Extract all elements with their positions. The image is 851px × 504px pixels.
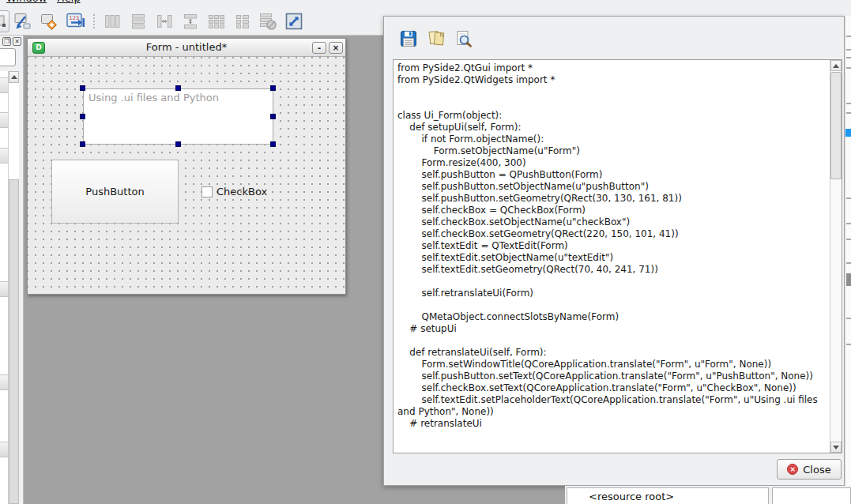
- selection-handle-e[interactable]: [270, 114, 276, 119]
- scroll-up-button[interactable]: [830, 60, 842, 71]
- close-icon: ×: [787, 464, 798, 475]
- copy-button[interactable]: [426, 28, 448, 49]
- form-window-title: Form - untitled*: [28, 41, 345, 53]
- code-view[interactable]: from PySide2.QtGui import * from PySide2…: [393, 59, 842, 453]
- layout-horizontal-splitter-icon: [156, 13, 173, 30]
- textedit-widget[interactable]: Using .ui files and Python: [83, 88, 273, 145]
- arrow-up-icon: [833, 64, 839, 68]
- edit-widgets-button[interactable]: [0, 10, 9, 32]
- form-minimize-button[interactable]: -: [312, 42, 326, 54]
- edit-buddies-button[interactable]: [38, 10, 60, 32]
- widget-box-dock: ❐ ×: [0, 36, 24, 504]
- scroll-down-button[interactable]: [830, 442, 842, 453]
- widget-box-list[interactable]: [0, 71, 8, 504]
- panel-fragment: [846, 262, 851, 264]
- save-icon: [399, 29, 418, 48]
- panel-fragment: [846, 223, 851, 224]
- layout-grid-button[interactable]: [205, 10, 228, 32]
- resource-browser: <resource root>: [565, 486, 851, 504]
- widget-category-row[interactable]: [0, 281, 8, 297]
- scrollbar-thumb[interactable]: [9, 179, 19, 504]
- panel-fragment: [846, 112, 851, 114]
- resource-list-panel: [772, 487, 851, 504]
- selection-handle-ne[interactable]: [270, 85, 276, 91]
- generated-python-code: from PySide2.QtGui import * from PySide2…: [393, 60, 830, 453]
- panel-fragment: [846, 57, 851, 58]
- form-window: D Form - untitled* - × Using .ui files a…: [27, 38, 346, 295]
- edit-signals-slots-button[interactable]: [11, 10, 33, 32]
- svg-text:123: 123: [70, 15, 79, 21]
- layout-vertical-icon: [130, 13, 147, 30]
- edit-widgets-icon: [0, 13, 7, 30]
- arrow-down-icon: [833, 446, 839, 449]
- widget-filter-input[interactable]: [0, 48, 16, 66]
- dock-float-button[interactable]: ❐: [2, 37, 11, 46]
- menu-bar: Window Help: [0, 0, 851, 7]
- panel-fragment: [846, 67, 851, 69]
- pushbutton-widget[interactable]: PushButton: [51, 160, 179, 224]
- menu-item-window[interactable]: Window: [6, 0, 47, 6]
- break-layout-button[interactable]: [257, 10, 279, 32]
- close-button-label: Close: [803, 464, 830, 476]
- widget-category-row[interactable]: [0, 148, 8, 164]
- close-button[interactable]: × Close: [777, 459, 842, 480]
- panel-fragment: [846, 344, 851, 345]
- panel-fragment: [846, 36, 851, 37]
- selection-handle-sw[interactable]: [80, 141, 85, 147]
- right-panel-sliver: [845, 16, 851, 486]
- panel-fragment: [846, 318, 851, 319]
- panel-fragment: [846, 273, 851, 286]
- pushbutton-label: PushButton: [85, 186, 144, 197]
- scroll-up-button[interactable]: [9, 71, 19, 83]
- widget-box-scrollbar[interactable]: [8, 71, 19, 504]
- layout-vertical-button[interactable]: [127, 10, 149, 32]
- checkbox-widget[interactable]: CheckBox: [201, 175, 281, 208]
- selection-handle-nw[interactable]: [80, 85, 85, 91]
- edit-buddies-icon: [40, 12, 58, 31]
- save-button[interactable]: [397, 28, 420, 49]
- break-layout-icon: [258, 12, 277, 31]
- widget-category-row[interactable]: [0, 112, 8, 128]
- toolbar-separator: [92, 13, 96, 29]
- layout-horizontal-button[interactable]: [101, 10, 123, 32]
- widget-category-row[interactable]: [0, 374, 8, 390]
- panel-fragment: [846, 49, 851, 51]
- layout-form-icon: [234, 13, 251, 30]
- selection-handle-se[interactable]: [270, 141, 276, 147]
- textedit-placeholder: Using .ui files and Python: [84, 89, 273, 106]
- selection-handle-n[interactable]: [175, 85, 181, 91]
- find-button[interactable]: [453, 28, 475, 49]
- menu-item-help[interactable]: Help: [57, 0, 81, 6]
- checkbox-label: CheckBox: [217, 186, 267, 197]
- layout-horizontal-splitter-button[interactable]: [153, 10, 175, 32]
- adjust-size-button[interactable]: [283, 10, 305, 32]
- resource-root-item[interactable]: <resource root>: [567, 488, 768, 502]
- panel-fragment: [846, 197, 851, 199]
- layout-form-button[interactable]: [232, 10, 254, 32]
- layout-vertical-splitter-button[interactable]: [179, 10, 201, 32]
- form-canvas[interactable]: Using .ui files and Python PushButton Ch…: [28, 57, 345, 294]
- code-scrollbar[interactable]: [830, 60, 842, 453]
- copy-icon: [427, 29, 447, 48]
- panel-fragment: [846, 239, 851, 240]
- scrollbar-thumb[interactable]: [830, 72, 842, 179]
- code-preview-dialog: from PySide2.QtGui import * from PySide2…: [383, 16, 845, 486]
- widget-category-row[interactable]: [0, 442, 8, 457]
- selection-handle-s[interactable]: [175, 141, 181, 147]
- adjust-size-icon: [284, 12, 303, 31]
- layout-vertical-splitter-icon: [182, 13, 199, 30]
- layout-grid-icon: [207, 13, 226, 30]
- edit-tab-order-button[interactable]: 123: [65, 10, 87, 32]
- edit-tab-order-icon: 123: [66, 12, 86, 31]
- panel-fragment: [846, 103, 851, 104]
- dock-close-button[interactable]: ×: [13, 37, 21, 46]
- resource-tree-panel: <resource root>: [567, 487, 769, 504]
- find-icon: [454, 29, 473, 48]
- checkbox-indicator[interactable]: [201, 186, 213, 197]
- selected-row-fragment: [845, 129, 851, 137]
- form-close-button[interactable]: ×: [329, 42, 343, 54]
- selection-handle-w[interactable]: [80, 114, 85, 119]
- widget-category-row[interactable]: [0, 77, 8, 93]
- form-titlebar[interactable]: D Form - untitled* - ×: [28, 39, 345, 57]
- arrow-up-icon: [11, 75, 17, 79]
